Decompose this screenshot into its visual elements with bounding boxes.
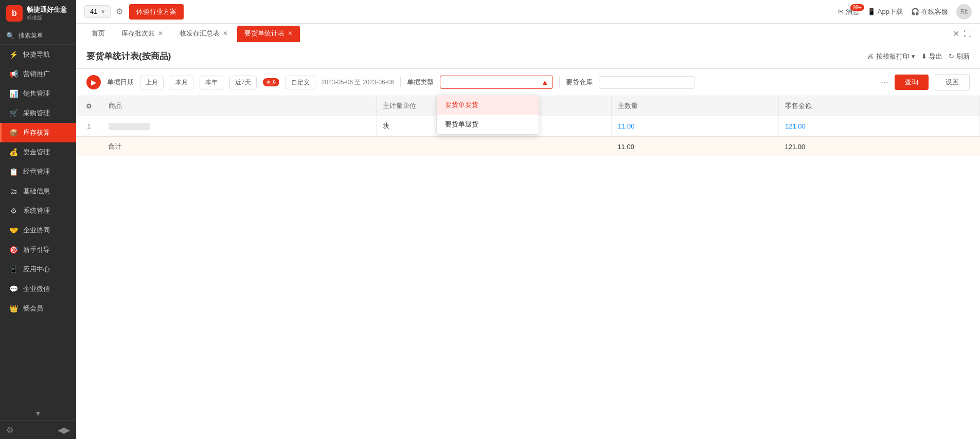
type-filter-arrow[interactable]: ▲	[541, 78, 548, 86]
row-amount-link[interactable]: 121.00	[785, 122, 806, 130]
sidebar-item-finance[interactable]: 💰 资金管理	[0, 142, 76, 162]
tab-batch-close[interactable]: ✕	[158, 30, 163, 37]
app-download-label: App下载	[878, 7, 903, 16]
app-download-item[interactable]: 📱 App下载	[867, 7, 903, 16]
tab-batch[interactable]: 库存批次账 ✕	[114, 26, 170, 42]
footer-amount: 121.00	[778, 136, 979, 156]
type-filter-input[interactable]	[444, 79, 541, 86]
sidebar-item-label: 系统管理	[23, 206, 50, 215]
search-icon: 🔍	[6, 32, 14, 40]
refresh-button[interactable]: ↻ 刷新	[949, 52, 970, 61]
tab-home[interactable]: 首页	[84, 26, 112, 42]
export-icon: ⬇	[921, 52, 927, 60]
user-avatar-item[interactable]: Rit	[956, 4, 972, 20]
page-content: 要货单统计表(按商品) 🖨 按模板打印 ▾ ⬇ 导出 ↻ 刷新 ▶	[76, 44, 980, 439]
sidebar-item-procurement[interactable]: 🛒 采购管理	[0, 103, 76, 123]
sales-icon: 📊	[8, 89, 19, 98]
dropdown-item-order-purchase[interactable]: 要货单要货	[437, 95, 539, 115]
topbar-dropdown[interactable]: 41 ▾	[84, 5, 111, 18]
sidebar: b 畅捷通好生意 标准版 🔍 搜索菜单 ⚡ 快捷导航 📢 营销推广 📊 销售管理…	[0, 0, 76, 439]
main-area: 41 ▾ ⚙ 体验行业方案 ✉ 消息 99+ 📱 App下载 🎧 在线客服	[76, 0, 980, 439]
filter-divider	[400, 77, 401, 87]
warehouse-filter-input[interactable]	[599, 76, 694, 89]
date-7days-btn[interactable]: 近7天	[229, 76, 257, 89]
tab-summary-close[interactable]: ✕	[223, 30, 228, 37]
dropdown-item-order-return[interactable]: 要货单退货	[437, 115, 539, 134]
filter-more-icon[interactable]: ···	[881, 77, 888, 88]
trial-button[interactable]: 体验行业方案	[129, 4, 184, 20]
tab-summary[interactable]: 收发存汇总表 ✕	[172, 26, 235, 42]
sidebar-item-label: 资金管理	[23, 148, 50, 157]
sidebar-item-label: 基础信息	[23, 187, 50, 196]
refresh-icon: ↻	[949, 52, 954, 60]
footer-label: 合计	[102, 136, 376, 156]
messages-item[interactable]: ✉ 消息 99+	[838, 7, 859, 16]
sidebar-item-inventory[interactable]: 📦 库存核算	[0, 123, 76, 142]
row-amount: 121.00	[778, 116, 979, 137]
tab-batch-label: 库存批次账	[121, 29, 155, 38]
sidebar-item-sales[interactable]: 📊 销售管理	[0, 84, 76, 103]
export-button[interactable]: ⬇ 导出	[921, 52, 942, 61]
table-settings-button[interactable]: 设置	[935, 74, 970, 90]
page-header: 要货单统计表(按商品) 🖨 按模板打印 ▾ ⬇ 导出 ↻ 刷新	[76, 44, 980, 69]
print-icon: 🖨	[867, 52, 874, 60]
table-settings-icon[interactable]: ⚙	[86, 102, 92, 110]
tabs-bar: 首页 库存批次账 ✕ 收发存汇总表 ✕ 要货单统计表 ✕ ✕ ⛶	[76, 24, 980, 44]
date-custom-btn[interactable]: 自定义	[286, 76, 315, 89]
type-dropdown-menu: 要货单要货 要货单退货	[436, 95, 539, 135]
tab-order-stat-close[interactable]: ✕	[288, 30, 293, 37]
message-icon: ✉	[838, 8, 844, 15]
table-col-settings[interactable]: ⚙	[76, 96, 102, 116]
sidebar-search[interactable]: 🔍 搜索菜单	[0, 27, 76, 45]
product-placeholder	[109, 123, 150, 130]
logo-icon: b	[6, 5, 23, 22]
row-product	[102, 116, 376, 137]
table-col-amount: 零售金额	[778, 96, 979, 116]
sidebar-item-label: 企业微信	[23, 284, 50, 294]
sidebar-item-guide[interactable]: 🎯 新手引导	[0, 240, 76, 260]
date-more-badge[interactable]: 更多	[263, 78, 279, 86]
sidebar-scroll-down[interactable]: ▼	[0, 407, 76, 420]
logo-main-text: 畅捷通好生意	[27, 5, 67, 14]
sidebar-item-system[interactable]: ⚙ 系统管理	[0, 201, 76, 221]
quick-nav-icon: ⚡	[8, 50, 19, 59]
sidebar-item-basic[interactable]: 🗂 基础信息	[0, 181, 76, 201]
tab-order-stat-label: 要货单统计表	[244, 29, 284, 38]
sidebar-item-operation[interactable]: 📋 经营管理	[0, 162, 76, 181]
topbar-dropdown-arrow: ▾	[101, 8, 105, 15]
topbar-gear-icon[interactable]: ⚙	[116, 7, 123, 16]
tab-order-stat[interactable]: 要货单统计表 ✕	[237, 26, 300, 42]
sidebar-item-label: 畅会员	[23, 304, 43, 313]
date-this-month-btn[interactable]: 本月	[170, 76, 193, 89]
sidebar-item-wechat[interactable]: 💬 企业微信	[0, 279, 76, 299]
date-last-month-btn[interactable]: 上月	[140, 76, 164, 89]
sidebar-item-enterprise[interactable]: 🤝 企业协同	[0, 221, 76, 240]
sidebar-item-quick-nav[interactable]: ⚡ 快捷导航	[0, 45, 76, 64]
export-label: 导出	[929, 52, 942, 61]
tab-close-all-icon[interactable]: ✕	[953, 29, 959, 39]
sidebar-item-label: 企业协同	[23, 226, 50, 235]
sidebar-item-label: 库存核算	[23, 128, 50, 137]
sidebar-nav: ⚡ 快捷导航 📢 营销推广 📊 销售管理 🛒 采购管理 📦 库存核算 💰 资金管…	[0, 45, 76, 407]
print-button[interactable]: 🖨 按模板打印 ▾	[867, 52, 915, 61]
appCenter-icon: 📱	[8, 265, 19, 273]
settings-footer-icon[interactable]: ⚙	[6, 425, 13, 435]
online-service-item[interactable]: 🎧 在线客服	[911, 7, 948, 16]
query-button[interactable]: 查询	[895, 75, 929, 90]
sidebar-item-appCenter[interactable]: 📱 应用中心	[0, 260, 76, 279]
sidebar-item-label: 采购管理	[23, 108, 50, 118]
collapse-sidebar-icon[interactable]: ◀▶	[58, 425, 70, 435]
sidebar-item-vip[interactable]: 👑 畅会员	[0, 299, 76, 318]
table-footer-row: 合计 11.00 121.00	[76, 136, 980, 156]
sidebar-item-label: 应用中心	[23, 265, 50, 274]
footer-quantity: 11.00	[611, 136, 778, 156]
row-quantity-link[interactable]: 11.00	[618, 122, 635, 130]
sidebar-item-label: 销售管理	[23, 89, 50, 98]
sidebar-item-marketing[interactable]: 📢 营销推广	[0, 64, 76, 84]
table-col-product: 商品	[102, 96, 376, 116]
filter-toggle-button[interactable]: ▶	[86, 75, 101, 89]
tab-expand-icon[interactable]: ⛶	[964, 29, 972, 39]
enterprise-icon: 🤝	[8, 226, 19, 234]
tabs-bar-end: ✕ ⛶	[953, 29, 972, 39]
date-this-year-btn[interactable]: 本年	[200, 76, 223, 89]
